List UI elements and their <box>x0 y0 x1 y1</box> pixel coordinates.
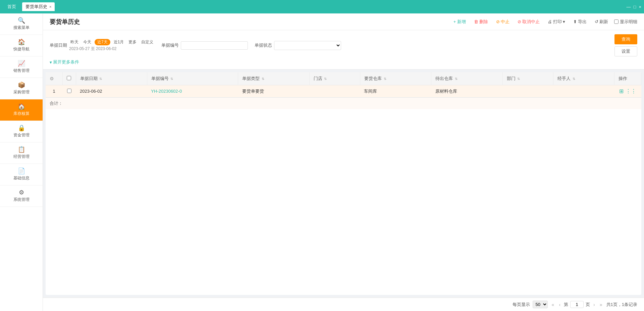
search-icon: 🔍 <box>18 17 25 24</box>
status-filter: 单据状态 <box>255 41 341 50</box>
stop-icon: ⊘ <box>496 19 500 24</box>
date-range-display: 2023-05-27 至 2023-06-02 <box>69 46 155 52</box>
col-date-label: 单据日期 <box>80 76 98 81</box>
export-button[interactable]: ⬆ 导出 <box>571 17 589 26</box>
col-settings-icon[interactable]: ⚙ <box>50 76 54 81</box>
row-num: 1 <box>46 85 62 97</box>
refresh-button[interactable]: ↺ 刷新 <box>593 17 610 26</box>
toolbar: + 新增 🗑 删除 ⊘ 中止 ⊘ 取消中止 🖨 打印 ▾ <box>451 17 637 26</box>
expand-filter-btn[interactable]: ▾ 展开更多条件 <box>50 59 637 65</box>
next-page-btn[interactable]: › <box>592 302 596 307</box>
top-bar-right: — □ × <box>627 4 641 9</box>
ops-icons: ⊞ ⋮⋮ <box>619 88 637 94</box>
last-page-btn[interactable]: » <box>598 302 604 307</box>
tab-active[interactable]: 要货单历史 × <box>22 2 55 11</box>
per-page-select[interactable]: 50 <box>533 301 548 308</box>
delete-button[interactable]: 🗑 删除 <box>472 17 490 26</box>
footer-total-label: 合计： <box>50 101 63 106</box>
sidebar-item-label: 库存核算 <box>13 111 30 117</box>
total-info: 共1页，1条记录 <box>606 302 637 308</box>
stop-label: 中止 <box>501 19 509 25</box>
sort-doc-type-icon[interactable]: ⇅ <box>262 77 264 81</box>
chevron-down-icon: ▾ <box>50 60 52 65</box>
col-doc-no: 单据编号 ⇅ <box>147 72 238 85</box>
col-store-label: 门店 <box>314 76 322 81</box>
sort-handler-icon[interactable]: ⇅ <box>573 77 575 81</box>
date-shortcuts: 昨天 今天 近7天 近1月 更多 自定义 <box>69 39 155 45</box>
row-store <box>309 85 360 97</box>
shortcut-custom[interactable]: 自定义 <box>140 39 155 45</box>
sidebar-item-purchase[interactable]: 📦 采购管理 <box>0 78 43 99</box>
col-department: 部门 ⇅ <box>502 72 553 85</box>
sort-pending-warehouse-icon[interactable]: ⇅ <box>455 77 458 81</box>
shortcut-1month[interactable]: 近1月 <box>112 39 125 45</box>
sidebar-item-label: 经营管理 <box>13 154 30 160</box>
col-date: 单据日期 ⇅ <box>76 72 147 85</box>
display-detail-toggle[interactable]: 显示明细 <box>614 19 637 25</box>
operations-icon: 📋 <box>18 146 25 152</box>
table-footer: 合计： <box>46 97 641 109</box>
tab-close-icon[interactable]: × <box>49 5 51 9</box>
filter-actions: 查询 设置 <box>614 34 637 56</box>
table-container: ⚙ 单据日期 ⇅ 单据编号 ⇅ <box>46 72 641 295</box>
row-view-icon[interactable]: ⊞ <box>619 88 624 94</box>
sales-icon: 📈 <box>18 60 25 66</box>
system-icon: ⚙ <box>19 189 24 195</box>
tab-home[interactable]: 首页 <box>3 2 21 11</box>
row-checkbox[interactable] <box>67 89 71 93</box>
row-req-warehouse: 车间库 <box>360 85 431 97</box>
table-header-row: ⚙ 单据日期 ⇅ 单据编号 ⇅ <box>46 72 641 85</box>
query-button[interactable]: 查询 <box>614 34 637 44</box>
row-more-icon[interactable]: ⋮⋮ <box>626 88 636 94</box>
main-layout: 🔍 搜索菜单 🏠 快捷导航 📈 销售管理 📦 采购管理 🏠 库存核算 🔒 资金管… <box>0 13 644 311</box>
status-select[interactable] <box>274 41 341 50</box>
window-close-btn[interactable]: × <box>639 4 641 9</box>
cancel-stop-button[interactable]: ⊘ 取消中止 <box>516 17 542 26</box>
data-table: ⚙ 单据日期 ⇅ 单据编号 ⇅ <box>46 72 641 97</box>
shortcut-7days[interactable]: 近7天 <box>95 39 110 45</box>
sidebar-item-system[interactable]: ⚙ 系统管理 <box>0 185 43 207</box>
first-page-btn[interactable]: « <box>550 302 556 307</box>
shortcut-yesterday[interactable]: 昨天 <box>69 39 80 45</box>
page-header: 要货单历史 + 新增 🗑 删除 ⊘ 中止 ⊘ 取消中止 🖨 打印 <box>43 13 644 30</box>
col-doc-no-label: 单据编号 <box>151 76 169 81</box>
sort-date-icon[interactable]: ⇅ <box>99 77 102 81</box>
sort-req-warehouse-icon[interactable]: ⇅ <box>384 77 386 81</box>
col-pending-warehouse-label: 待出仓库 <box>435 76 453 81</box>
shortcut-more[interactable]: 更多 <box>127 39 138 45</box>
print-button[interactable]: 🖨 打印 ▾ <box>546 17 567 26</box>
row-doc-no-link[interactable]: YH-20230602-0 <box>151 89 182 94</box>
prev-page-btn[interactable]: ‹ <box>557 302 562 307</box>
display-detail-checkbox[interactable] <box>614 19 619 24</box>
per-page-label: 每页显示 <box>513 302 530 308</box>
window-minimize-btn[interactable]: — <box>627 4 631 9</box>
col-department-label: 部门 <box>507 76 516 81</box>
page-number-input[interactable]: 1 <box>570 301 584 308</box>
doc-no-input[interactable] <box>181 41 248 50</box>
sort-doc-no-icon[interactable]: ⇅ <box>170 77 173 81</box>
sidebar-item-inventory[interactable]: 🏠 库存核算 <box>0 99 43 121</box>
sidebar-item-nav[interactable]: 🏠 快捷导航 <box>0 35 43 56</box>
sidebar-item-search[interactable]: 🔍 搜索菜单 <box>0 13 43 35</box>
sidebar-item-basic-info[interactable]: 📄 基础信息 <box>0 164 43 185</box>
new-button[interactable]: + 新增 <box>451 17 468 26</box>
sidebar-item-label: 基础信息 <box>13 175 30 181</box>
sort-store-icon[interactable]: ⇅ <box>324 77 327 81</box>
sidebar-item-sales[interactable]: 📈 销售管理 <box>0 56 43 78</box>
sidebar-item-operations[interactable]: 📋 经营管理 <box>0 142 43 164</box>
tab-active-label: 要货单历史 <box>25 4 47 10</box>
row-date: 2023-06-02 <box>76 85 147 97</box>
col-checkbox <box>62 72 76 85</box>
sidebar-item-finance[interactable]: 🔒 资金管理 <box>0 121 43 142</box>
window-maximize-btn[interactable]: □ <box>634 4 636 9</box>
select-all-checkbox[interactable] <box>67 76 71 80</box>
sidebar-item-label: 采购管理 <box>13 89 30 95</box>
basic-info-icon: 📄 <box>18 168 25 174</box>
date-filter-label: 单据日期 <box>50 42 67 48</box>
shortcut-today[interactable]: 今天 <box>82 39 93 45</box>
sort-department-icon[interactable]: ⇅ <box>517 77 520 81</box>
refresh-label: 刷新 <box>599 19 608 25</box>
stop-button[interactable]: ⊘ 中止 <box>494 17 512 26</box>
filter-settings-button[interactable]: 设置 <box>614 46 637 56</box>
page-suffix: 页 <box>586 302 590 308</box>
